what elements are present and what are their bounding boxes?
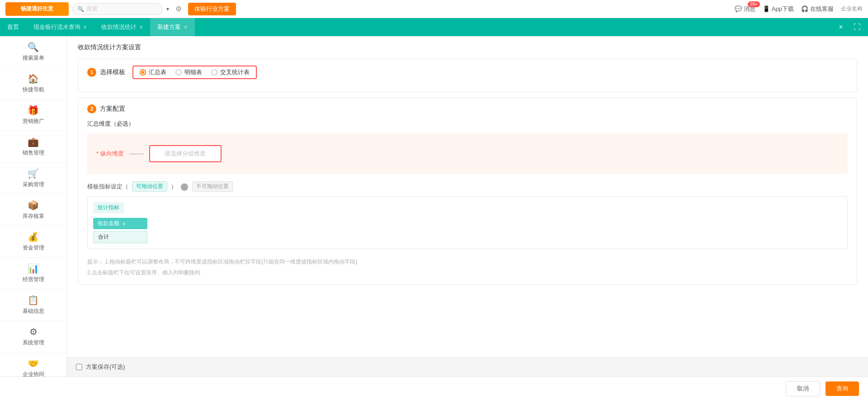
tab-cash-bank-close[interactable]: × (83, 24, 87, 31)
sidebar-inventory-label: 库存核算 (23, 212, 44, 220)
tips-section: 提示： 1.拖动标题栏可以调整布局，不可跨维度或指标区域拖动栏目字段(只能在同一… (87, 256, 848, 278)
metric-collection-amount[interactable]: 收款金额 ∨ (93, 218, 147, 229)
tab-collection-stats[interactable]: 收款情况统计 × (94, 18, 150, 36)
sidebar-finance-label: 资金管理 (23, 244, 44, 252)
sidebar-item-home[interactable]: 🏠 快捷导航 (0, 68, 66, 99)
search-menu-icon: 🔍 (28, 42, 39, 52)
sidebar-item-management[interactable]: 📊 经营管理 (0, 258, 66, 289)
tip-line2: 2.点击标题栏下拉可设置排序、插入列和删除列 (87, 267, 848, 278)
option-cross[interactable]: 交叉统计表 (211, 68, 250, 76)
dimension-section: 汇总维度（必选） * 纵向维度 —— 请选择分组维度 (87, 120, 848, 174)
tab-new-plan-close[interactable]: × (184, 24, 187, 31)
tab-cash-bank[interactable]: 现金银行流水查询 × (26, 18, 94, 36)
sidebar-purchase-label: 采购管理 (23, 181, 44, 188)
save-checkbox[interactable] (76, 364, 82, 370)
step2-number: 2 (87, 104, 96, 113)
user-info[interactable]: 企业名称 (841, 5, 863, 13)
content-wrapper: 收款情况统计方案设置 1 选择模板 汇总表 (67, 36, 868, 376)
dimension-title: 汇总维度（必选） (87, 120, 848, 128)
sidebar-basics-label: 基础信息 (23, 307, 44, 315)
window-maximize-icon[interactable]: ⛶ (851, 21, 863, 33)
metric-dropdown-icon[interactable]: ∨ (122, 221, 125, 226)
metrics-title: 模板指标设定（ (87, 183, 128, 191)
app-logo: 畅捷通好生意 (5, 2, 69, 16)
metrics-section: 模板指标设定（ 可拖动位置 ） ⬤ 不可拖动位置 统计指标 (87, 181, 848, 249)
breadcrumb: 收款情况统计方案设置 (78, 43, 857, 52)
inventory-icon: 📦 (28, 200, 39, 211)
tab-collection-close[interactable]: × (139, 24, 143, 31)
cancel-button[interactable]: 取消 (786, 381, 820, 396)
query-button[interactable]: 查询 (826, 381, 859, 396)
nav-dropdown[interactable]: ▾ (166, 6, 169, 12)
content-area: 收款情况统计方案设置 1 选择模板 汇总表 (67, 36, 868, 376)
download-icon: 📱 (763, 5, 770, 12)
download-label: App下载 (772, 5, 794, 13)
sales-icon: 💼 (28, 136, 39, 147)
metric-items: 收款金额 ∨ 合计 (93, 218, 147, 243)
option-summary[interactable]: 汇总表 (140, 68, 166, 76)
tab-home-label: 首页 (7, 23, 19, 31)
stats-label: 统计指标 (93, 202, 124, 213)
search-icon: 🔍 (77, 6, 84, 12)
tab-new-plan[interactable]: 新建方案 × (150, 18, 194, 36)
service-icon: 🎧 (801, 5, 808, 12)
sidebar-enterprise-label: 企业协同 (23, 371, 44, 376)
message-badge: 99+ (748, 1, 760, 7)
sidebar-search-label: 搜索菜单 (23, 54, 44, 62)
sidebar-item-finance[interactable]: 💰 资金管理 (0, 226, 66, 258)
bottom-bar: 取消 查询 (0, 376, 868, 400)
dimension-select[interactable]: 请选择分组维度 (149, 145, 222, 162)
radio-cross[interactable] (211, 69, 217, 75)
dimension-arrow: —— (129, 150, 144, 158)
basics-icon: 📋 (28, 295, 39, 306)
app-download-button[interactable]: 📱 App下载 (763, 5, 794, 13)
option-cross-label: 交叉统计表 (220, 68, 250, 76)
metric-subtotal: 合计 (93, 231, 147, 243)
tab-home[interactable]: 首页 (0, 18, 26, 36)
step1-header: 1 选择模板 汇总表 明细表 (87, 66, 848, 79)
radio-summary[interactable] (140, 69, 146, 75)
marketing-icon: 🎁 (28, 105, 39, 116)
metric-name: 收款金额 (98, 220, 119, 227)
metrics-container: 统计指标 收款金额 ∨ 合计 (87, 196, 848, 249)
tab-collection-label: 收款情况统计 (101, 23, 137, 31)
sidebar-item-sales[interactable]: 💼 销售管理 (0, 131, 66, 163)
sidebar-item-purchase[interactable]: 🛒 采购管理 (0, 163, 66, 194)
top-bar-left: 畅捷通好生意 🔍 搜索 ▾ ⚙ 体验行业方案 (5, 2, 236, 16)
sidebar-item-basics[interactable]: 📋 基础信息 (0, 289, 66, 321)
sidebar-item-marketing[interactable]: 🎁 营销推广 (0, 99, 66, 131)
settings-icon[interactable]: ⚙ (173, 3, 184, 15)
sidebar-item-system[interactable]: ⚙ 系统管理 (0, 321, 66, 353)
radio-detail[interactable] (175, 69, 182, 75)
dropdown-icon: ▾ (166, 6, 169, 12)
sidebar-sales-label: 销售管理 (23, 149, 44, 157)
online-service-button[interactable]: 🎧 在线客服 (801, 5, 834, 13)
industry-button[interactable]: 体验行业方案 (188, 3, 236, 15)
sidebar-item-search[interactable]: 🔍 搜索菜单 (0, 36, 66, 68)
main-layout: 🔍 搜索菜单 🏠 快捷导航 🎁 营销推广 💼 销售管理 🛒 采购管理 📦 库存核… (0, 36, 868, 376)
search-bar: 🔍 搜索 (72, 3, 163, 15)
dimension-row: * 纵向维度 —— 请选择分组维度 (96, 145, 222, 162)
purchase-icon: 🛒 (28, 168, 39, 179)
window-close-icon[interactable]: × (835, 21, 847, 33)
tip-line1: 提示： 1.拖动标题栏可以调整布局，不可跨维度或指标区域拖动栏目字段(只能在同一… (87, 256, 848, 267)
step2-title: 方案配置 (100, 105, 125, 113)
step1-number: 1 (87, 68, 96, 77)
non-draggable-tag: 不可拖动位置 (192, 181, 233, 192)
sidebar-item-enterprise[interactable]: 🤝 企业协同 (0, 353, 66, 376)
nav-tabs-bar: 首页 现金银行流水查询 × 收款情况统计 × 新建方案 × × ⛶ (0, 18, 868, 36)
non-draggable-icon: ⬤ (180, 182, 189, 191)
enterprise-icon: 🤝 (28, 358, 39, 369)
message-button[interactable]: 💬 消息 99+ (735, 5, 755, 13)
sidebar-item-inventory[interactable]: 📦 库存核算 (0, 194, 66, 226)
metrics-title-suffix: ） (171, 183, 177, 191)
option-detail[interactable]: 明细表 (175, 68, 202, 76)
save-section: 方案保存(可选) (67, 357, 868, 376)
option-detail-label: 明细表 (184, 68, 202, 76)
message-icon: 💬 (735, 5, 742, 12)
top-bar: 畅捷通好生意 🔍 搜索 ▾ ⚙ 体验行业方案 💬 消息 99+ 📱 App下载 … (0, 0, 868, 18)
sidebar: 🔍 搜索菜单 🏠 快捷导航 🎁 营销推广 💼 销售管理 🛒 采购管理 📦 库存核… (0, 36, 67, 376)
sidebar-home-label: 快捷导航 (23, 86, 44, 94)
step2-header: 2 方案配置 (87, 104, 848, 113)
inner-content: 收款情况统计方案设置 1 选择模板 汇总表 (67, 36, 868, 357)
